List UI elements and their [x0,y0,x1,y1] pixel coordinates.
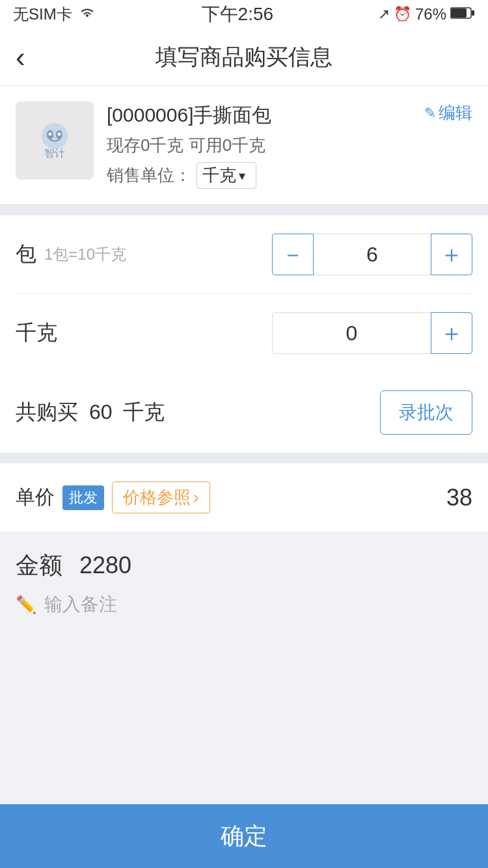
kg-control: ＋ [272,312,472,354]
page-title: 填写商品购买信息 [156,42,332,72]
battery-text: 76% [415,5,446,23]
price-value: 38 [446,484,472,511]
status-carrier: 无SIM卡 [13,4,97,25]
svg-rect-1 [451,8,467,18]
package-row: 包 1包=10千克 － ＋ [16,215,472,294]
price-ref-button[interactable]: 价格参照 › [112,481,210,513]
remark-row[interactable]: ✏️ 输入备注 [16,592,472,617]
carrier-text: 无SIM卡 [13,4,72,25]
battery-icon [450,5,475,23]
chevron-down-icon: ▾ [239,168,245,183]
edit-label: 编辑 [439,102,472,124]
product-name: [0000006]手撕面包 [107,102,472,129]
unit-value: 千克 [202,164,236,187]
price-ref-label: 价格参照 [123,486,191,509]
package-unit: 包 [16,240,36,269]
unit-label: 销售单位： [107,164,191,187]
price-ref-arrow-icon: › [193,487,199,508]
input-section: 包 1包=10千克 － ＋ 千克 ＋ [0,215,488,372]
remark-placeholder: 输入备注 [44,592,117,617]
status-time: 下午2:56 [202,2,274,27]
total-text: 共购买 60 千克 [16,398,165,427]
pencil-icon: ✏️ [16,595,36,615]
plus-icon: ＋ [440,239,463,271]
total-prefix: 共购买 [16,400,78,424]
confirm-button[interactable]: 确定 [0,804,488,868]
price-section: 单价 批发 价格参照 › 38 [0,463,488,532]
total-unit: 千克 [123,400,165,424]
product-logo-icon: 智计 [32,118,77,163]
amount-row: 金额 2280 [16,550,472,582]
edit-button[interactable]: ✎ 编辑 [424,102,472,124]
svg-point-7 [58,133,61,136]
total-row: 共购买 60 千克 录批次 [0,372,488,453]
section-divider-2 [0,453,488,463]
unit-select[interactable]: 千克 ▾ [197,162,256,189]
status-bar: 无SIM卡 下午2:56 ↗ ⏰ 76% [0,0,488,29]
amount-value: 2280 [79,552,131,578]
package-label: 包 1包=10千克 [16,240,126,269]
kg-unit: 千克 [16,319,57,347]
alarm-icon: ⏰ [394,6,411,23]
svg-point-6 [49,133,52,136]
edit-icon: ✎ [424,105,436,122]
package-minus-button[interactable]: － [272,234,314,275]
nav-bar: ‹ 填写商品购买信息 [0,29,488,86]
status-right: ↗ ⏰ 76% [378,5,475,23]
back-button[interactable]: ‹ [16,41,25,74]
svg-text:智计: 智计 [44,148,65,159]
wifi-icon [77,5,97,23]
kg-row: 千克 ＋ [16,294,472,372]
package-hint: 1包=10千克 [44,244,126,265]
package-input[interactable] [314,234,431,275]
svg-rect-2 [472,10,474,16]
batch-btn-label: 录批次 [399,402,454,422]
package-plus-button[interactable]: ＋ [431,234,472,275]
product-unit-row: 销售单位： 千克 ▾ [107,162,472,189]
package-control: － ＋ [272,234,472,275]
batch-button[interactable]: 录批次 [380,390,472,435]
kg-label: 千克 [16,319,57,347]
price-label: 单价 [16,484,55,511]
svg-point-3 [42,123,68,149]
price-label-group: 单价 批发 价格参照 › [16,481,210,513]
amount-label: 金额 [16,552,62,578]
product-stock: 现存0千克 可用0千克 [107,134,472,157]
price-badge: 批发 [62,485,104,510]
total-qty: 60 [89,400,113,424]
kg-plus-button[interactable]: ＋ [431,312,472,354]
kg-plus-icon: ＋ [440,318,463,349]
amount-section: 金额 2280 ✏️ 输入备注 [0,532,488,630]
location-icon: ↗ [378,6,390,23]
product-info: [0000006]手撕面包 现存0千克 可用0千克 销售单位： 千克 ▾ [107,102,472,189]
minus-icon: － [281,239,305,271]
section-divider-1 [0,205,488,215]
confirm-label: 确定 [221,821,267,852]
product-thumbnail: 智计 [16,102,94,180]
product-card: 智计 [0000006]手撕面包 现存0千克 可用0千克 销售单位： 千克 ▾ … [0,86,488,205]
kg-input[interactable] [272,312,431,354]
